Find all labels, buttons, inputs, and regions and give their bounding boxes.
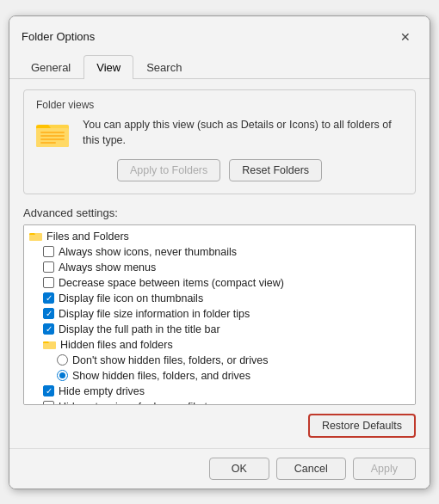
svg-rect-3 xyxy=(40,132,65,133)
apply-to-folders-button[interactable]: Apply to Folders xyxy=(117,159,220,181)
folder-views-label: Folder views xyxy=(36,99,403,111)
list-item[interactable]: Hide empty drives xyxy=(24,384,415,399)
setting-label: Always show menus xyxy=(59,261,156,274)
setting-label: Show hidden files, folders, and drives xyxy=(72,370,250,382)
svg-rect-5 xyxy=(40,138,65,140)
list-item[interactable]: Decrease space between items (compact vi… xyxy=(24,275,415,291)
folder-views-buttons: Apply to Folders Reset Folders xyxy=(36,159,403,181)
folder-views-inner: You can apply this view (such as Details… xyxy=(36,118,403,149)
restore-row: Restore Defaults xyxy=(23,414,416,438)
list-item[interactable]: Display the full path in the title bar xyxy=(24,322,415,337)
folder-options-dialog: Folder Options ✕ General View Search Fol… xyxy=(9,15,430,489)
list-item[interactable]: Display file size information in folder … xyxy=(24,306,415,322)
tab-bar: General View Search xyxy=(9,54,430,79)
list-item[interactable]: Always show menus xyxy=(24,260,415,275)
setting-label: Display file icon on thumbnails xyxy=(59,292,203,304)
ok-button[interactable]: OK xyxy=(209,458,269,480)
tab-search[interactable]: Search xyxy=(133,55,195,79)
setting-label: Hide extensions for known file types xyxy=(59,401,230,405)
tab-view[interactable]: View xyxy=(83,55,133,79)
close-button[interactable]: ✕ xyxy=(393,25,417,49)
apply-button[interactable]: Apply xyxy=(353,458,416,480)
category-label: Files and Folders xyxy=(46,230,129,243)
folder-icon xyxy=(36,118,71,149)
cancel-button[interactable]: Cancel xyxy=(276,458,346,480)
svg-rect-6 xyxy=(40,142,56,144)
title-bar: Folder Options ✕ xyxy=(9,16,430,54)
category-label: Hidden files and folders xyxy=(60,339,173,351)
list-item: Files and Folders xyxy=(24,229,415,244)
radio-dont-show[interactable] xyxy=(57,354,68,366)
svg-rect-4 xyxy=(40,135,65,137)
radio-show-hidden[interactable] xyxy=(57,370,68,381)
checkbox-empty-drives[interactable] xyxy=(43,385,54,396)
tab-general[interactable]: General xyxy=(18,55,83,79)
checkbox-full-path[interactable] xyxy=(43,323,54,335)
checkbox-show-icons[interactable] xyxy=(43,246,54,257)
advanced-label: Advanced settings: xyxy=(23,206,416,219)
reset-folders-button[interactable]: Reset Folders xyxy=(229,159,322,181)
list-item[interactable]: Don't show hidden files, folders, or dri… xyxy=(24,353,415,368)
folder-small-icon xyxy=(29,230,43,242)
list-item[interactable]: Always show icons, never thumbnails xyxy=(24,244,415,260)
checkbox-show-menus[interactable] xyxy=(43,261,54,273)
checkbox-file-size[interactable] xyxy=(43,308,54,319)
setting-label: Display file size information in folder … xyxy=(59,308,250,320)
checkbox-decrease-space[interactable] xyxy=(43,277,54,288)
folder-views-description: You can apply this view (such as Details… xyxy=(83,118,403,148)
setting-label: Don't show hidden files, folders, or dri… xyxy=(72,354,269,366)
tab-content: Folder views You can apply this view (su… xyxy=(9,79,430,448)
svg-rect-2 xyxy=(36,128,69,147)
list-item[interactable]: Show hidden files, folders, and drives xyxy=(24,368,415,384)
folder-views-section: Folder views You can apply this view (su… xyxy=(23,89,416,194)
checkbox-file-icon[interactable] xyxy=(43,292,54,304)
list-item: Hidden files and folders xyxy=(24,337,415,353)
settings-list[interactable]: Files and Folders Always show icons, nev… xyxy=(23,224,416,405)
setting-label: Hide empty drives xyxy=(59,385,145,397)
setting-label: Display the full path in the title bar xyxy=(59,323,220,335)
setting-label: Always show icons, never thumbnails xyxy=(59,246,237,258)
list-item[interactable]: Hide extensions for known file types xyxy=(24,399,415,405)
checkbox-extensions[interactable] xyxy=(43,401,54,405)
restore-defaults-button[interactable]: Restore Defaults xyxy=(308,414,416,438)
dialog-title: Folder Options xyxy=(22,30,95,43)
setting-label: Decrease space between items (compact vi… xyxy=(59,277,284,289)
list-item[interactable]: Display file icon on thumbnails xyxy=(24,291,415,306)
bottom-bar: OK Cancel Apply xyxy=(9,448,430,489)
folder-small-icon xyxy=(43,339,57,350)
